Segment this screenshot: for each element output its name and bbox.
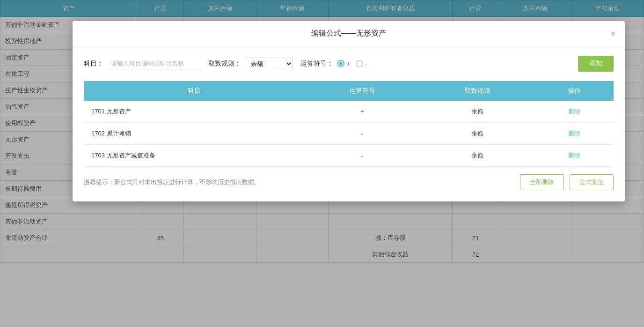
modal-close-button[interactable]: × [608,28,617,40]
modal-header: 编辑公式——无形资产 × [73,21,625,46]
row-subject: 1703 无形资产减值准备 [84,145,305,167]
radio-minus-label: - [365,60,367,67]
table-header-rule: 取数规则 [420,81,535,101]
modal-hint: 温馨提示：新公式只对未出报表进行计算，不影响历史报表数据。 [84,178,260,186]
modal-footer: 温馨提示：新公式只对未出报表进行计算，不影响历史报表数据。 全部删除 公式复位 [73,167,625,192]
modal-table-row: 1703 无形资产减值准备-余额删除 [84,145,614,167]
radio-minus[interactable]: - [356,60,367,67]
row-rule: 余额 [420,145,535,167]
row-action: 删除 [535,145,614,167]
row-rule: 余额 [420,123,535,145]
table-header-operator: 运算符号 [305,81,420,101]
table-header-subject: 科目 [84,81,305,101]
row-subject: 1701 无形资产 [84,101,305,123]
radio-circle-minus [356,60,363,67]
delete-row-button[interactable]: 删除 [568,107,580,116]
delete-row-button[interactable]: 删除 [568,151,580,160]
delete-all-button[interactable]: 全部删除 [520,174,564,190]
row-operator: + [305,101,420,123]
modal-form: 科目： 取数规则： 余额 借方发生额 贷方发生额 运算符号： + [73,46,625,81]
row-action: 删除 [535,123,614,145]
rule-select-wrapper: 余额 借方发生额 贷方发生额 [245,58,293,70]
row-operator: - [305,123,420,145]
add-button[interactable]: 添加 [578,56,614,72]
rule-label: 取数规则： [208,59,241,68]
modal-table: 科目 运算符号 取数规则 操作 1701 无形资产+余额删除1702 累计摊销-… [84,81,614,167]
delete-row-button[interactable]: 删除 [568,129,580,138]
modal-dialog: 编辑公式——无形资产 × 科目： 取数规则： 余额 借方发生额 贷方发生额 运算… [73,21,625,201]
radio-group: + - [337,60,367,67]
subject-group: 科目： [84,58,201,69]
row-action: 删除 [535,101,614,123]
reset-formula-button[interactable]: 公式复位 [570,174,614,190]
radio-plus-label: + [346,60,350,67]
radio-plus[interactable]: + [337,60,350,67]
row-subject: 1702 累计摊销 [84,123,305,145]
subject-label: 科目： [84,59,103,68]
modal-table-row: 1702 累计摊销-余额删除 [84,123,614,145]
operator-label: 运算符号： [300,59,333,68]
modal-footer-buttons: 全部删除 公式复位 [520,174,614,190]
table-header-action: 操作 [535,81,614,101]
row-operator: - [305,145,420,167]
rule-select[interactable]: 余额 借方发生额 贷方发生额 [245,58,293,70]
radio-circle-plus [337,60,344,67]
modal-table-wrapper: 科目 运算符号 取数规则 操作 1701 无形资产+余额删除1702 累计摊销-… [73,81,625,167]
operator-group: 运算符号： + - [300,59,367,68]
modal-title: 编辑公式——无形资产 [311,29,386,38]
row-rule: 余额 [420,101,535,123]
subject-input[interactable] [107,58,201,69]
modal-table-row: 1701 无形资产+余额删除 [84,101,614,123]
rule-group: 取数规则： 余额 借方发生额 贷方发生额 [208,58,293,70]
